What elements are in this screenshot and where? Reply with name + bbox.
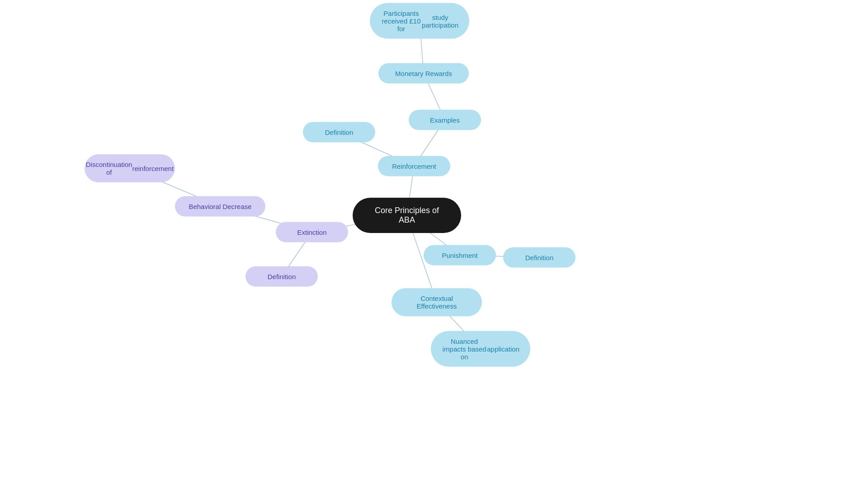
node-behavioral_decrease[interactable]: Behavioral Decrease <box>175 196 265 217</box>
node-monetary_rewards[interactable]: Monetary Rewards <box>378 63 469 84</box>
node-examples[interactable]: Examples <box>409 110 481 130</box>
node-definition_pun[interactable]: Definition <box>503 247 576 268</box>
node-discontinuation[interactable]: Discontinuation ofreinforcement <box>85 154 175 182</box>
node-extinction[interactable]: Extinction <box>276 222 348 243</box>
node-definition_reinf[interactable]: Definition <box>303 122 375 143</box>
node-center[interactable]: Core Principles of ABA <box>353 198 461 233</box>
node-reinforcement[interactable]: Reinforcement <box>378 156 450 176</box>
node-definition_ext[interactable]: Definition <box>245 266 318 287</box>
node-punishment[interactable]: Punishment <box>424 245 496 266</box>
node-contextual[interactable]: Contextual Effectiveness <box>392 288 482 316</box>
node-nuanced[interactable]: Nuanced impacts based onapplication <box>431 331 530 367</box>
node-participants[interactable]: Participants received £10 forstudy parti… <box>370 3 469 39</box>
